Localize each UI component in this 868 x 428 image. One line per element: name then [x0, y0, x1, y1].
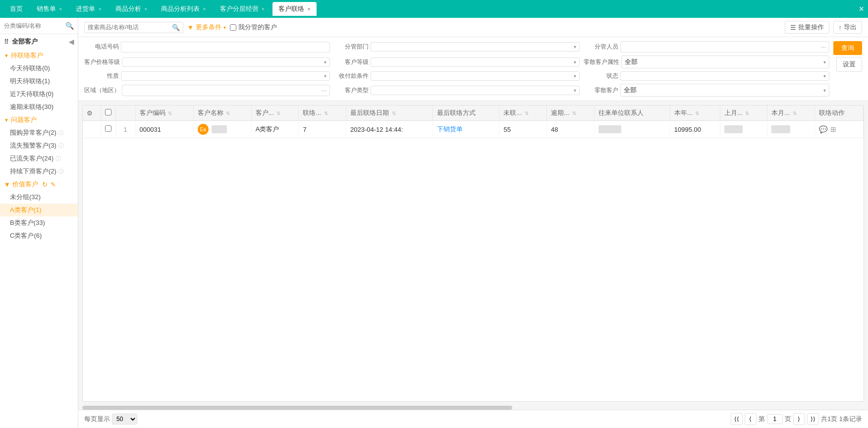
batch-button[interactable]: ☰ 批量操作 — [785, 21, 829, 34]
filter-customer-level-select[interactable]: ▾ — [371, 57, 580, 67]
my-customers-checkbox[interactable] — [230, 24, 236, 31]
filter-status-select[interactable]: ▾ — [620, 71, 829, 81]
sidebar-item-churn-warning[interactable]: 流失预警客户(3) ⓘ — [0, 139, 78, 152]
select-all-checkbox[interactable] — [105, 109, 111, 115]
td-code[interactable]: 000031 — [135, 121, 193, 138]
sidebar-item-class-b[interactable]: B类客户(33) — [0, 216, 78, 229]
region-dots-icon[interactable]: ··· — [321, 87, 326, 94]
row-checkbox[interactable] — [105, 125, 111, 132]
sidebar-item-abnormal[interactable]: 囤购异常客户(2) ⓘ — [0, 126, 78, 139]
th-overdue[interactable]: 逾期... ⇅ — [547, 106, 595, 121]
section-pending-contact[interactable]: ▼ 待联络客户 — [0, 49, 78, 62]
th-settings[interactable]: ⚙ — [83, 106, 101, 121]
th-name[interactable]: 客户名称 ⇅ — [193, 106, 251, 121]
sidebar-item-declining[interactable]: 持续下滑客户(2) ⓘ — [0, 165, 78, 178]
filter-payment-select[interactable]: ▾ — [371, 71, 580, 81]
th-this-year[interactable]: 本年... ⇅ — [670, 106, 720, 121]
close-customer-segment-icon[interactable]: × — [262, 6, 265, 12]
sort-last-month-icon[interactable]: ⇅ — [745, 110, 749, 116]
filter-customer-type-select[interactable]: ▾ — [371, 86, 580, 95]
th-last-contact-date[interactable]: 最后联络日期 ⇅ — [346, 106, 433, 121]
sort-code-icon[interactable]: ⇅ — [168, 110, 172, 116]
sidebar-item-class-c[interactable]: C类客户(6) — [0, 229, 78, 242]
sidebar-all-customers[interactable]: ⠿ 全部客户 ◀ — [0, 34, 78, 49]
tab-customer-contact[interactable]: 客户联络 × — [272, 2, 316, 16]
info-abnormal-icon: ⓘ — [58, 129, 64, 137]
filter-region-select[interactable]: ··· — [122, 85, 330, 96]
sidebar-search-input[interactable] — [4, 22, 63, 29]
person-dots-icon[interactable]: ··· — [820, 43, 826, 51]
filter-phone-input[interactable] — [121, 42, 330, 53]
export-button[interactable]: ↑ 导出 — [833, 21, 863, 34]
horizontal-scrollbar[interactable] — [82, 406, 864, 410]
filter-search-input[interactable] — [88, 24, 170, 31]
section-value-customers[interactable]: ▼ 价值客户 ↻ ✎ — [0, 178, 78, 191]
sidebar-search-icon[interactable]: 🔍 — [65, 22, 74, 30]
close-sales-icon[interactable]: × — [59, 6, 62, 12]
th-historical-contact: 往来单位联系人 — [594, 106, 670, 121]
sort-not-contacted-icon[interactable]: ⇅ — [525, 110, 529, 116]
edit-group-icon[interactable]: ✎ — [51, 181, 56, 188]
grid-action-icon[interactable]: ⊞ — [830, 125, 836, 133]
sidebar-item-unclassified[interactable]: 未分组(32) — [0, 191, 78, 204]
sort-name-icon[interactable]: ⇅ — [226, 110, 230, 116]
sort-overdue-icon[interactable]: ⇅ — [572, 110, 576, 116]
sidebar-item-7day-contact[interactable]: 近7天待联络(0) — [0, 88, 78, 101]
next-page-button[interactable]: ⟩ — [793, 413, 805, 425]
filter-nature-select[interactable]: ▾ — [121, 71, 330, 81]
th-this-month[interactable]: 本月... ⇅ — [767, 106, 815, 121]
tab-product-analysis[interactable]: 商品分析 × — [109, 2, 153, 16]
filter-person-select[interactable]: ··· — [620, 41, 829, 53]
filter-dept-select[interactable]: ▾ — [371, 42, 580, 52]
prev-page-button[interactable]: ⟨ — [745, 413, 757, 425]
sort-last-contact-date-icon[interactable]: ⇅ — [392, 110, 396, 116]
section-problem-customers[interactable]: ▼ 问题客户 — [0, 113, 78, 126]
my-customers-checkbox-area[interactable]: 我分管的客户 — [230, 23, 277, 32]
th-level[interactable]: 客户... ⇅ — [251, 106, 299, 121]
td-last-contact-type[interactable]: 下销货单 — [433, 121, 499, 138]
per-page-select[interactable]: 50 100 200 — [112, 414, 137, 425]
close-all-button[interactable]: × — [859, 4, 864, 14]
filter-retail-attr-select[interactable]: 全部 ▾ — [621, 55, 829, 68]
sort-this-month-icon[interactable]: ⇅ — [793, 110, 797, 116]
sort-contact-icon[interactable]: ⇅ — [324, 110, 328, 116]
page-input[interactable] — [767, 414, 783, 424]
sidebar-item-overdue-contact[interactable]: 逾期未联络(30) — [0, 101, 78, 113]
th-contact[interactable]: 联络... ⇅ — [299, 106, 346, 121]
tab-product-analysis-list[interactable]: 商品分析列表 × — [155, 2, 212, 16]
sort-this-year-icon[interactable]: ⇅ — [695, 110, 699, 116]
first-page-button[interactable]: ⟨⟨ — [731, 413, 743, 425]
close-product-analysis-list-icon[interactable]: × — [203, 6, 206, 12]
sidebar-item-class-a[interactable]: A类客户(1) — [0, 204, 78, 216]
close-purchase-icon[interactable]: × — [98, 6, 101, 12]
retail-customer-arrow-icon: ▾ — [823, 88, 826, 93]
tab-purchase[interactable]: 进货单 × — [70, 2, 107, 16]
last-contact-type-link[interactable]: 下销货单 — [437, 125, 463, 133]
scrollbar-thumb[interactable] — [82, 406, 512, 410]
tab-sales[interactable]: 销售单 × — [31, 2, 68, 16]
tab-customer-segment[interactable]: 客户分层经营 × — [214, 2, 271, 16]
collapse-sidebar-icon[interactable]: ◀ — [69, 38, 74, 46]
section-arrow-icon: ▼ — [4, 53, 9, 58]
close-customer-contact-icon[interactable]: × — [307, 6, 310, 12]
sidebar-item-tomorrow-contact[interactable]: 明天待联络(1) — [0, 75, 78, 88]
chat-action-icon[interactable]: 💬 — [819, 125, 827, 133]
td-name: Ea RE . — [193, 121, 251, 138]
customer-level-arrow-icon: ▾ — [574, 59, 576, 65]
filter-retail-customer-select[interactable]: 全部 ▾ — [620, 84, 829, 97]
sidebar-item-churned[interactable]: 已流失客户(24) ⓘ — [0, 152, 78, 165]
filter-search-icon[interactable]: 🔍 — [172, 24, 180, 31]
filter-price-level-select[interactable]: ▾ — [122, 57, 330, 67]
sort-level-icon[interactable]: ⇅ — [276, 110, 280, 116]
query-button[interactable]: 查询 — [833, 41, 862, 55]
last-page-button[interactable]: ⟩⟩ — [807, 413, 819, 425]
sidebar-item-today-contact[interactable]: 今天待联络(0) — [0, 62, 78, 75]
setting-button[interactable]: 设置 — [836, 57, 862, 72]
th-last-month[interactable]: 上月... ⇅ — [720, 106, 767, 121]
th-not-contacted[interactable]: 未联... ⇅ — [499, 106, 547, 121]
th-code[interactable]: 客户编码 ⇅ — [135, 106, 193, 121]
close-product-analysis-icon[interactable]: × — [144, 6, 147, 12]
filter-more-button[interactable]: ▼ 更多条件 ▾ — [187, 23, 226, 32]
refresh-icon[interactable]: ↻ — [42, 181, 48, 188]
tab-home[interactable]: 首页 — [4, 2, 29, 16]
